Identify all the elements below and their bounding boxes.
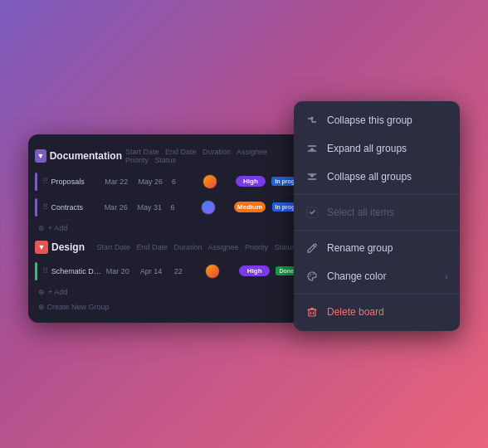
menu-item-collapse-all[interactable]: Collapse all groups — [294, 163, 460, 191]
menu-label-collapse-group: Collapse this group — [327, 114, 448, 126]
context-menu: Collapse this group Expand all groups — [294, 101, 460, 331]
edit-icon — [305, 241, 319, 255]
task-bar-proposals — [35, 173, 37, 191]
task-startdate-proposals: Mar 22 — [105, 178, 136, 186]
task-duration-schematic: 22 — [174, 267, 204, 275]
drag-handle[interactable]: ⠿ — [42, 202, 48, 212]
drag-handle[interactable]: ⠿ — [42, 177, 48, 186]
status-schematic: Done — [276, 266, 295, 275]
menu-label-expand-all: Expand all groups — [327, 143, 448, 154]
menu-label-delete-board: Delete board — [327, 306, 448, 318]
create-group-label: ⊕ Create New Group — [38, 303, 110, 311]
menu-divider-3 — [294, 294, 460, 295]
menu-item-delete-board[interactable]: Delete board — [294, 298, 460, 326]
add-icon-design: ⊕ — [38, 288, 45, 296]
change-color-arrow: › — [445, 271, 448, 281]
menu-item-change-color[interactable]: Change color › — [294, 262, 460, 290]
avatar-schematic — [205, 264, 220, 279]
trash-icon — [305, 305, 319, 319]
avatar-contracts — [201, 200, 216, 215]
task-enddate-proposals: May 26 — [139, 178, 170, 186]
menu-label-rename-group: Rename group — [327, 242, 448, 254]
svg-marker-6 — [310, 148, 315, 150]
menu-label-select-all: Select all items — [327, 207, 448, 218]
svg-point-12 — [310, 274, 312, 275]
svg-rect-14 — [309, 309, 315, 316]
group-design-name: Design — [51, 241, 93, 253]
add-label-design: + Add — [48, 288, 67, 296]
task-duration-contracts: 6 — [170, 203, 198, 212]
group-design-cols: Start Date End Date Duration Assignee Pr… — [96, 243, 295, 251]
add-row-documentation[interactable]: ⊕ + Add — [28, 221, 302, 236]
expand-all-icon — [305, 142, 319, 155]
menu-divider-2 — [294, 230, 460, 231]
menu-label-collapse-all: Collapse all groups — [327, 171, 448, 183]
group-documentation-name: Documentation — [50, 150, 122, 162]
group-documentation-cols: Start Date End Date Duration Assignee Pr… — [125, 148, 295, 164]
task-assignee-contracts — [201, 200, 232, 215]
menu-item-collapse-group[interactable]: Collapse this group — [294, 106, 460, 134]
drag-handle[interactable]: ⠿ — [42, 266, 48, 275]
group-documentation: ▼ Documentation Start Date End Date Dura… — [28, 143, 302, 169]
svg-point-13 — [313, 273, 315, 275]
group-design: ▼ Design Start Date End Date Duration As… — [28, 236, 302, 259]
task-duration-proposals: 6 — [172, 178, 201, 186]
add-row-design[interactable]: ⊕ + Add — [28, 285, 302, 299]
priority-contracts: Medium — [234, 202, 266, 212]
menu-item-expand-all[interactable]: Expand all groups — [294, 134, 460, 163]
task-startdate-schematic: Mar 20 — [106, 267, 139, 275]
status-proposals: In prog — [271, 177, 295, 186]
collapse-all-icon — [305, 170, 319, 183]
task-name-schematic: Schematic Des... — [51, 267, 105, 275]
svg-marker-9 — [310, 175, 315, 178]
collapse-icon — [305, 114, 319, 127]
checkbox-icon — [305, 206, 319, 219]
task-startdate-contracts: Mar 26 — [105, 203, 136, 212]
svg-point-11 — [310, 275, 311, 277]
task-bar-schematic — [35, 262, 37, 280]
group-design-chevron[interactable]: ▼ — [35, 241, 48, 254]
paint-icon — [305, 270, 319, 283]
priority-schematic: High — [239, 265, 269, 276]
add-icon-documentation: ⊕ — [38, 224, 45, 232]
menu-label-change-color: Change color — [327, 270, 437, 282]
add-label-documentation: + Add — [48, 224, 67, 232]
task-assignee-proposals — [203, 174, 234, 189]
main-container: ▼ Documentation Start Date End Date Dura… — [28, 118, 460, 331]
avatar-proposals — [203, 174, 217, 189]
board-panel: ▼ Documentation Start Date End Date Dura… — [28, 134, 302, 323]
priority-proposals: High — [236, 176, 266, 187]
menu-item-select-all: Select all items — [294, 198, 460, 226]
create-new-group[interactable]: ⊕ Create New Group — [28, 299, 302, 314]
menu-item-rename-group[interactable]: Rename group — [294, 234, 460, 262]
task-row: ⠿ Schematic Des... Mar 20 Apr 14 22 High… — [28, 259, 302, 285]
status-contracts: In prog — [272, 202, 295, 212]
task-name-proposals: Proposals — [51, 178, 104, 186]
svg-line-10 — [314, 245, 315, 246]
menu-divider-1 — [294, 194, 460, 195]
task-bar-contracts — [35, 198, 37, 217]
task-assignee-schematic — [205, 264, 237, 279]
task-enddate-contracts: May 31 — [138, 203, 169, 212]
task-row: ⠿ Contracts Mar 26 May 31 6 Medium In pr… — [28, 195, 302, 221]
group-documentation-chevron[interactable]: ▼ — [35, 149, 46, 163]
task-enddate-schematic: Apr 14 — [140, 267, 173, 275]
task-name-contracts: Contracts — [51, 203, 103, 212]
task-row: ⠿ Proposals Mar 22 May 26 6 High In prog — [28, 169, 302, 195]
